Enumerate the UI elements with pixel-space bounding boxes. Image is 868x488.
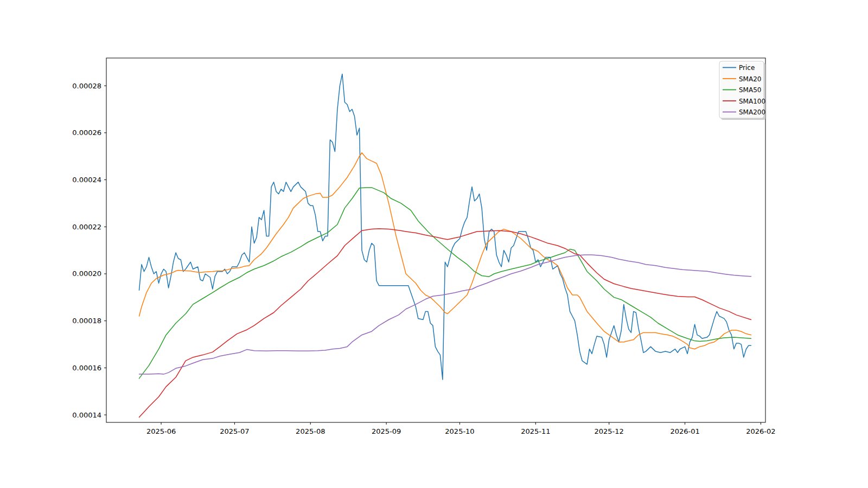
x-tick-label: 2025-11 (521, 427, 550, 435)
y-tick-label: 0.00018 (72, 317, 101, 325)
x-tick-label: 2026-02 (746, 427, 775, 435)
legend-label-sma200: SMA200 (739, 108, 765, 116)
y-tick-label: 0.00028 (72, 82, 101, 90)
legend-label-sma50: SMA50 (739, 86, 761, 94)
legend-label-price: Price (739, 64, 755, 72)
x-tick-label: 2025-12 (595, 427, 624, 435)
x-tick-label: 2026-01 (670, 427, 699, 435)
legend-label-sma100: SMA100 (739, 98, 765, 105)
y-tick-label: 0.00014 (72, 411, 101, 419)
plot-area (106, 58, 765, 422)
figure: 2025-062025-072025-082025-092025-102025-… (0, 0, 868, 488)
x-tick-label: 2025-09 (372, 427, 401, 435)
legend-label-sma20: SMA20 (739, 75, 761, 83)
y-tick-label: 0.00016 (72, 364, 101, 372)
y-tick-label: 0.00022 (72, 223, 101, 231)
x-tick-label: 2025-10 (445, 427, 474, 435)
x-tick-label: 2025-08 (296, 427, 325, 435)
y-tick-label: 0.00026 (72, 129, 101, 137)
y-tick-label: 0.00020 (72, 269, 101, 278)
x-tick-label: 2025-07 (220, 427, 249, 435)
x-tick-label: 2025-06 (146, 427, 176, 435)
price-sma-line-chart: 2025-062025-072025-082025-092025-102025-… (0, 0, 868, 488)
legend: PriceSMA20SMA50SMA100SMA200 (719, 61, 765, 120)
y-tick-label: 0.00024 (72, 176, 101, 184)
